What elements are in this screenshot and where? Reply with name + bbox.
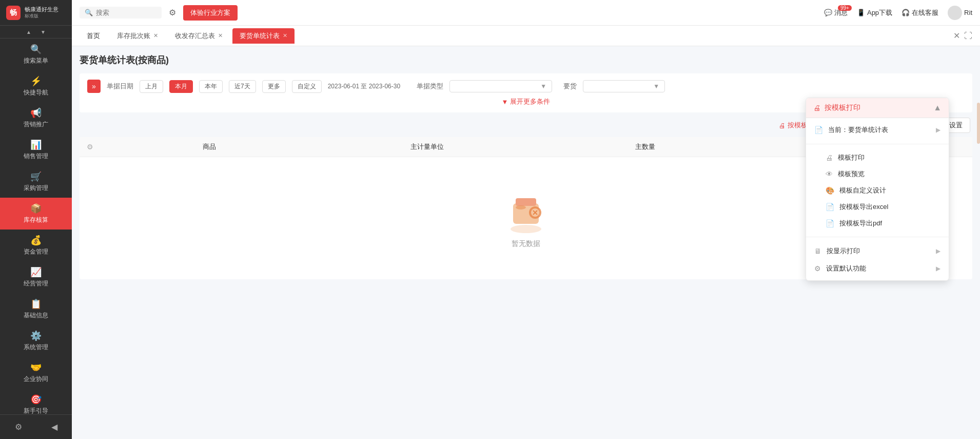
date-btn-this-month[interactable]: 本月 xyxy=(169,80,193,93)
sidebar-item-marketing[interactable]: 📢 营销推广 xyxy=(0,102,72,134)
order-type-select[interactable]: ▼ xyxy=(449,80,552,92)
sidebar-item-search[interactable]: 🔍 搜索菜单 xyxy=(0,39,72,70)
date-btn-more[interactable]: 更多 xyxy=(262,80,286,93)
sidebar-item-inventory[interactable]: 📦 库存核算 xyxy=(0,198,72,230)
sidebar-item-basic[interactable]: 📋 基础信息 xyxy=(0,293,72,325)
close-window-btn[interactable]: ✕ xyxy=(953,31,960,41)
sidebar-item-guide[interactable]: 🎯 新手引导 xyxy=(0,389,72,414)
current-template-left: 📄 当前：要货单统计表 xyxy=(814,125,888,135)
sidebar-label-basic: 基础信息 xyxy=(24,311,48,320)
svg-point-7 xyxy=(516,205,526,209)
tab-order-stats-close[interactable]: ✕ xyxy=(283,32,287,39)
user-area[interactable]: Rit xyxy=(948,6,972,20)
tab-receipt-summary[interactable]: 收发存汇总表 ✕ xyxy=(168,28,230,44)
sidebar-item-operation[interactable]: 📈 经营管理 xyxy=(0,261,72,293)
order-type-chevron: ▼ xyxy=(540,83,546,90)
scroll-down[interactable]: ▼ xyxy=(38,28,48,36)
sidebar-label-operation: 经营管理 xyxy=(24,279,48,288)
current-template-icon: 📄 xyxy=(814,126,823,134)
sidebar-item-sales[interactable]: 📊 销售管理 xyxy=(0,134,72,166)
tab-home[interactable]: 首页 xyxy=(80,28,107,44)
template-design-icon: 🎨 xyxy=(826,186,834,195)
template-preview-item[interactable]: 👁 模板预览 xyxy=(806,166,949,182)
filter-expand-btn[interactable]: ▼ 展开更多条件 xyxy=(502,97,551,106)
logo-icon: 畅 xyxy=(6,6,21,20)
sidebar-label-enterprise: 企业协同 xyxy=(24,375,48,384)
online-service-btn[interactable]: 🎧 在线客服 xyxy=(901,8,938,17)
template-design-item[interactable]: 🎨 模板自定义设计 xyxy=(806,182,949,199)
scroll-up[interactable]: ▲ xyxy=(24,28,34,36)
tab-order-stats[interactable]: 要货单统计表 ✕ xyxy=(232,28,295,44)
username: Rit xyxy=(964,9,972,16)
display-print-item[interactable]: 🖥 按显示打印 ▶ xyxy=(806,242,949,260)
print-section-items: 🖨 模板打印 👁 模板预览 🎨 模板自定义设计 📄 按模板导出excel 📄 xyxy=(806,146,949,235)
finance-icon: 💰 xyxy=(30,235,42,246)
tab-batch-account[interactable]: 库存批次账 ✕ xyxy=(110,28,165,44)
template-print-item[interactable]: 🖨 模板打印 xyxy=(806,149,949,166)
current-template-item[interactable]: 📄 当前：要货单统计表 ▶ xyxy=(806,121,949,139)
inventory-icon: 📦 xyxy=(30,203,42,214)
logo-text: 畅康通好生意 标准版 xyxy=(25,6,58,20)
sidebar-label-system: 系统管理 xyxy=(24,343,48,352)
tab-batch-account-label: 库存批次账 xyxy=(117,31,150,41)
print-dropdown: 🖨 按模板打印 ▲ 📄 当前：要货单统计表 ▶ 🖨 xyxy=(806,98,949,281)
order-goods-label: 要货 xyxy=(563,82,577,91)
main-content: 🔍 ⚙ 体验行业方案 💬 消息 99+ 📱 App下载 🎧 在线客服 Rit xyxy=(72,0,980,439)
display-print-label: 按显示打印 xyxy=(827,246,860,256)
sidebar-settings-btn[interactable]: ⚙ xyxy=(11,420,26,434)
date-btn-last-month[interactable]: 上月 xyxy=(140,80,163,93)
print-section-current: 📄 当前：要货单统计表 ▶ xyxy=(806,118,949,142)
sidebar-label-finance: 资金管理 xyxy=(24,247,48,256)
template-export-pdf-item[interactable]: 📄 按模板导出pdf xyxy=(806,215,949,232)
topbar-gear-icon[interactable]: ⚙ xyxy=(167,6,178,20)
order-goods-select[interactable]: ▼ xyxy=(583,80,665,92)
template-preview-label: 模板预览 xyxy=(838,169,865,179)
tab-receipt-summary-close[interactable]: ✕ xyxy=(218,32,223,39)
print-dropdown-close-btn[interactable]: ▲ xyxy=(933,103,942,112)
sidebar-item-enterprise[interactable]: 🤝 企业协同 xyxy=(0,357,72,389)
set-default-item[interactable]: ⚙ 设置默认功能 ▶ xyxy=(806,260,949,277)
app-download-btn[interactable]: 📱 App下载 xyxy=(857,8,892,17)
empty-illustration xyxy=(500,188,552,239)
search-input[interactable] xyxy=(96,9,156,16)
app-badge: 标准版 xyxy=(25,13,58,20)
date-btn-custom[interactable]: 自定义 xyxy=(292,80,322,93)
display-print-left: 🖥 按显示打印 xyxy=(814,246,860,256)
col-quantity: 主数量 xyxy=(536,142,754,151)
order-type-label: 单据类型 xyxy=(417,82,443,91)
set-default-left: ⚙ 设置默认功能 xyxy=(814,264,866,273)
template-export-pdf-label: 按模板导出pdf xyxy=(839,219,882,228)
page-content: 要货单统计表(按商品) » 单据日期 上月 本月 本年 近7天 更多 自定义 2… xyxy=(72,46,980,439)
template-export-pdf-icon: 📄 xyxy=(826,219,834,227)
template-export-excel-label: 按模板导出excel xyxy=(839,202,888,212)
maximize-window-btn[interactable]: ⛶ xyxy=(964,31,972,41)
expand-icon: ▼ xyxy=(502,98,508,106)
app-download-label: App下载 xyxy=(867,8,892,17)
print-dropdown-icon: 🖨 xyxy=(813,104,820,112)
template-print-label: 模板打印 xyxy=(838,153,865,162)
topbar-search-box[interactable]: 🔍 xyxy=(80,7,162,18)
date-btn-this-year[interactable]: 本年 xyxy=(199,80,223,93)
expand-label: 展开更多条件 xyxy=(510,97,550,106)
trial-btn[interactable]: 体验行业方案 xyxy=(183,5,238,21)
tab-batch-account-close[interactable]: ✕ xyxy=(153,32,158,39)
template-export-excel-item[interactable]: 📄 按模板导出excel xyxy=(806,199,949,215)
sidebar-item-finance[interactable]: 💰 资金管理 xyxy=(0,230,72,261)
print-dropdown-header: 🖨 按模板打印 ▲ xyxy=(806,98,949,118)
message-btn[interactable]: 💬 消息 99+ xyxy=(824,8,848,17)
print-icon: 🖨 xyxy=(779,122,786,129)
display-print-icon: 🖥 xyxy=(814,247,821,255)
sidebar-item-system[interactable]: ⚙️ 系统管理 xyxy=(0,325,72,357)
date-btn-7days[interactable]: 近7天 xyxy=(229,80,256,93)
sidebar-item-purchase[interactable]: 🛒 采购管理 xyxy=(0,166,72,198)
search-icon: 🔍 xyxy=(30,44,42,55)
sidebar-collapse-btn[interactable]: ◀ xyxy=(47,420,62,434)
set-default-arrow: ▶ xyxy=(936,265,940,272)
filter-toggle-btn[interactable]: » xyxy=(87,80,101,93)
set-default-icon: ⚙ xyxy=(814,264,821,273)
scrollbar-thumb[interactable] xyxy=(977,103,980,144)
svg-rect-2 xyxy=(516,198,536,206)
sidebar-item-shortcut[interactable]: ⚡ 快捷导航 xyxy=(0,70,72,102)
col-product: 商品 xyxy=(100,142,318,151)
app-name: 畅康通好生意 xyxy=(25,6,58,13)
